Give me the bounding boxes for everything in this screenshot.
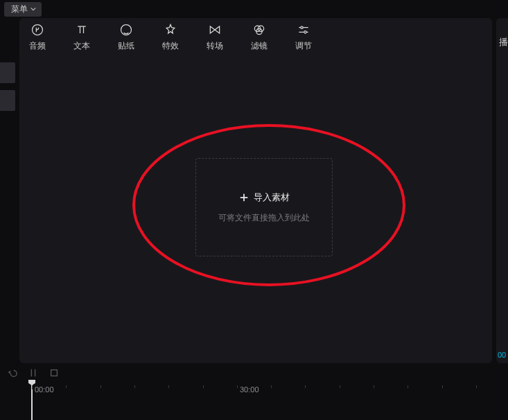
import-hint: 可将文件直接拖入到此处 bbox=[218, 212, 310, 224]
toolbar-sticker[interactable]: 贴纸 bbox=[112, 22, 140, 52]
menu-dropdown[interactable]: 菜单 bbox=[4, 2, 42, 17]
ruler-label: 00:00 bbox=[35, 385, 54, 394]
rail-tab-1[interactable] bbox=[0, 62, 15, 83]
import-dropzone[interactable]: 导入素材 可将文件直接拖入到此处 bbox=[195, 158, 333, 256]
sticker-icon bbox=[119, 22, 134, 37]
left-rail bbox=[0, 18, 15, 363]
rail-tab-2[interactable] bbox=[0, 90, 15, 111]
svg-rect-8 bbox=[51, 370, 58, 376]
toolbar-filter[interactable]: 滤镜 bbox=[245, 22, 273, 52]
svg-point-5 bbox=[301, 26, 303, 28]
preview-time: 00 bbox=[498, 351, 508, 359]
toolbar-label: 文本 bbox=[73, 40, 90, 52]
import-label: 导入素材 bbox=[254, 191, 290, 204]
menu-label: 菜单 bbox=[11, 3, 28, 15]
toolbar-label: 贴纸 bbox=[118, 40, 134, 52]
toolbar-label: 特效 bbox=[162, 40, 179, 52]
toolbar-label: 转场 bbox=[207, 40, 223, 52]
undo-button[interactable] bbox=[7, 367, 18, 378]
ruler-label: 30:00 bbox=[240, 385, 259, 394]
toolbar-audio[interactable]: 音频 bbox=[24, 22, 51, 52]
toolbar-label: 音频 bbox=[29, 40, 46, 52]
preview-title: 播 bbox=[499, 36, 508, 49]
media-panel: 音频 文本 贴纸 特效 bbox=[19, 18, 492, 363]
toolbar-adjust[interactable]: 调节 bbox=[290, 22, 317, 52]
split-button[interactable] bbox=[28, 367, 39, 378]
toolbar-label: 滤镜 bbox=[251, 40, 268, 52]
effects-icon bbox=[163, 22, 178, 37]
plus-icon bbox=[238, 192, 249, 203]
toolbar: 音频 文本 贴纸 特效 bbox=[19, 18, 492, 55]
svg-point-6 bbox=[304, 31, 306, 33]
preview-panel: 播 00 bbox=[496, 18, 508, 363]
timeline-tools bbox=[0, 363, 508, 383]
audio-icon bbox=[30, 22, 45, 37]
toolbar-transition[interactable]: 转场 bbox=[201, 22, 229, 52]
timeline-ruler[interactable]: 00:00 30:00 bbox=[0, 385, 508, 406]
chevron-down-icon bbox=[30, 4, 36, 14]
filter-icon bbox=[252, 22, 267, 37]
transition-icon bbox=[207, 22, 222, 37]
adjust-icon bbox=[296, 22, 311, 37]
toolbar-text[interactable]: 文本 bbox=[68, 22, 96, 52]
import-button[interactable]: 导入素材 bbox=[238, 191, 290, 204]
text-icon bbox=[74, 22, 89, 37]
toolbar-label: 调节 bbox=[295, 40, 312, 52]
timeline: 00:00 30:00 bbox=[0, 363, 508, 420]
crop-button[interactable] bbox=[49, 367, 60, 378]
toolbar-effects[interactable]: 特效 bbox=[157, 22, 184, 52]
